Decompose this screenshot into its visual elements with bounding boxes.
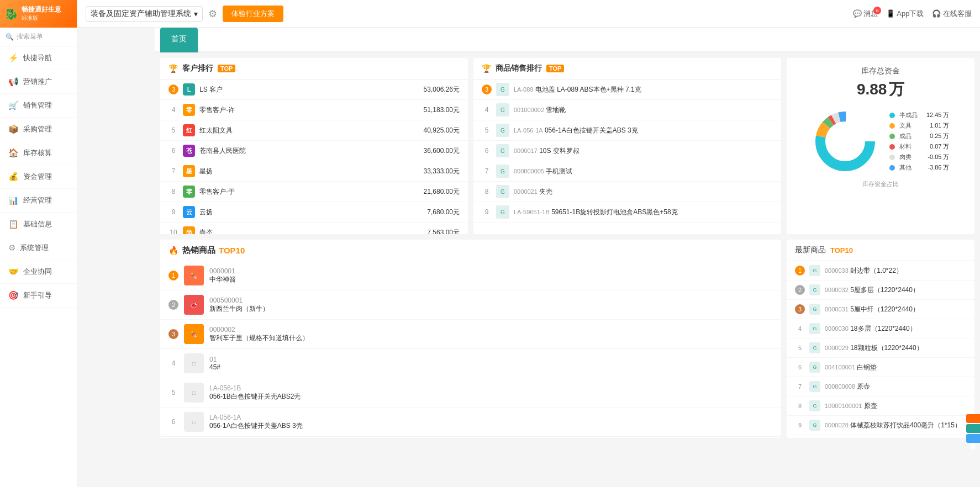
list-item: 4 □ 01 45#	[160, 349, 781, 378]
mobile-icon: 📱	[886, 9, 895, 18]
table-row: 3 L LS 客户 53,006.26元	[160, 80, 468, 100]
product-name: 45#	[209, 363, 773, 371]
sidebar-item-enterprise[interactable]: 🤝 企业协同	[0, 260, 77, 284]
product-ranking-panel: 🏆 商品销售排行 TOP 3 G LA-089 电池盖 LA-089 ABS本色…	[473, 58, 781, 234]
sidebar-item-sales[interactable]: 🛒 销售管理	[0, 94, 77, 118]
customer-ranking-list: 3 L LS 客户 53,006.26元 4 零 零售客户-许 51,183.0…	[160, 80, 468, 234]
rank-number: 6	[168, 418, 178, 426]
list-item: 6 □ LA-056-1A 056-1A白色按键开关盖ABS 3壳	[160, 407, 781, 437]
list-item: 5 □ LA-056-1B 056-1B白色按键开关壳ABS2壳	[160, 378, 781, 407]
sidebar-item-finance[interactable]: 💰 资金管理	[0, 165, 77, 189]
customer-name: 苍南县人民医院	[199, 146, 419, 156]
sidebar-item-system[interactable]: ⚙ 系统管理	[0, 236, 77, 260]
list-item: 2 G 0000032 5厘多层（1220*2440）	[787, 280, 974, 300]
fire-icon: 🔥	[168, 246, 179, 256]
inventory-title: 库存总资金	[795, 66, 966, 76]
product-thumb: 🍖	[184, 266, 204, 285]
inventory-panel: 库存总资金 9.88 万 半成品	[787, 58, 974, 234]
list-item: 5 G 0000029 18颗粒板（1220*2440）	[787, 338, 974, 358]
product-code: LA-056-1B	[209, 384, 773, 392]
system-select[interactable]: 装备及固定资产辅助管理系统 ▾	[86, 6, 203, 22]
online-service-label: 在线客服	[943, 9, 972, 18]
product-code: 0000002	[209, 326, 773, 334]
table-row: 4 零 零售客户-许 51,183.00元	[160, 100, 468, 120]
legend-item: 文具 1.01 万	[889, 121, 950, 130]
sidebar-item-operation[interactable]: 📊 经营管理	[0, 189, 77, 213]
message-badge[interactable]: 💬 消息 6	[853, 9, 878, 19]
list-item: 9 G 0000028 体械荔枝味苏打饮品400毫升（1*15）	[787, 416, 974, 435]
trial-button[interactable]: 体验行业方案	[223, 6, 283, 22]
newest-products-panel: 最新商品 TOP10 1 G 0000033 封边带（1.0*22） 2 G 0…	[787, 240, 974, 438]
rank-number: 9	[168, 208, 178, 216]
product-name: 056-1A白色按键开关盖ABS 3壳	[209, 421, 773, 431]
finance-icon: 💰	[8, 172, 19, 182]
message-icon: 💬	[853, 9, 862, 18]
tab-home[interactable]: 首页	[160, 28, 198, 52]
sidebar-item-basic[interactable]: 📋 基础信息	[0, 213, 77, 236]
rank-number: 4	[168, 359, 178, 367]
product-thumb: G	[809, 342, 820, 353]
online-service[interactable]: 🎧 在线客服	[932, 9, 972, 19]
inventory-legend: 半成品 12.45 万 文具 1.01 万 成品 0.25 万	[889, 111, 950, 172]
legend-label: 文具	[899, 121, 918, 130]
list-item: 3 🍖 0000002 智利车子里（规格不知道填什么）	[160, 320, 781, 349]
table-row: 8 G 0000021 夹壳	[473, 182, 781, 202]
app-download[interactable]: 📱 App下载	[886, 9, 924, 19]
product-name: 智利车子里（规格不知道填什么）	[209, 334, 773, 343]
product-code: LA-089	[514, 86, 533, 93]
customer-name: LS 客户	[199, 85, 419, 94]
sidebar-item-label: 企业协同	[23, 267, 52, 277]
product-name: 10S 变料罗叔	[539, 147, 579, 155]
table-row: 6 苍 苍南县人民医院 36,600.00元	[160, 141, 468, 161]
cs-community-button[interactable]: 服务社区	[966, 424, 980, 433]
rank-number: 5	[482, 126, 492, 134]
customer-ranking-title: 客户排行	[182, 63, 213, 73]
bottom-grid: 🔥 热销商品 TOP10 1 🍖 0000001 中华神箭 2 🥩	[155, 240, 980, 443]
product-info: 001000002 雪地靴	[514, 105, 773, 115]
product-ranking-header: 🏆 商品销售排行 TOP	[473, 58, 781, 80]
rank-number: 6	[482, 147, 492, 155]
product-name: 中华神箭	[209, 275, 773, 284]
product-code: 01	[209, 356, 773, 363]
legend-item: 成品 0.25 万	[889, 132, 950, 140]
rank-number: 10	[168, 229, 178, 234]
product-name: 056-1A白色按键开关盖ABS 3克	[545, 126, 638, 134]
sidebar-item-marketing[interactable]: 📢 营销推广	[0, 70, 77, 94]
system-name: 装备及固定资产辅助管理系统	[91, 9, 191, 19]
legend-item: 其他 -3.86 万	[889, 163, 950, 172]
product-name: 056-1B白色按键开关壳ABS2壳	[209, 392, 773, 401]
top10-badge: TOP10	[219, 246, 245, 255]
sales-icon: 🛒	[8, 100, 19, 110]
legend-label: 半成品	[899, 111, 918, 119]
system-icon: ⚙	[8, 243, 15, 253]
inventory-total: 9.88 万	[795, 79, 966, 100]
sidebar-item-purchase[interactable]: 📦 采购管理	[0, 118, 77, 141]
product-info: LA-59651-1B 59651-1B旋转投影灯电池盒ABS黑色+58克	[514, 208, 773, 217]
legend-dot	[889, 113, 895, 118]
cs-live-button[interactable]: 直播	[966, 434, 980, 443]
legend-item: 半成品 12.45 万	[889, 111, 950, 119]
rank-number: 2	[168, 300, 178, 310]
amount: 36,600.00元	[424, 146, 460, 156]
avatar: 零	[183, 104, 195, 116]
legend-value: 0.07 万	[922, 142, 950, 151]
sidebar-search[interactable]: 🔍 搜索菜单	[0, 28, 77, 46]
rank-number: 6	[168, 147, 178, 155]
product-thumb: G	[809, 265, 820, 276]
legend-item: 材料 0.07 万	[889, 142, 950, 151]
sidebar-item-guide[interactable]: 🎯 新手引导	[0, 284, 77, 308]
list-item: 7 G 000800008 原壶	[787, 377, 974, 396]
operation-icon: 📊	[8, 195, 19, 205]
sidebar-item-quick-nav[interactable]: ⚡ 快捷导航	[0, 46, 77, 70]
product-thumb: G	[809, 304, 820, 315]
cs-hotline-button[interactable]: 客服热线	[966, 414, 980, 423]
gear-icon[interactable]: ⚙	[208, 8, 217, 20]
table-row: 10 尚 尚态 7,563.00元	[160, 223, 468, 234]
trophy-icon: 🏆	[168, 64, 178, 73]
list-item: 3 G 0000031 5厘中纤（1220*2440）	[787, 300, 974, 319]
avatar: 星	[183, 165, 195, 177]
product-code: 0000033	[825, 267, 849, 274]
product-thumb: 🍖	[184, 324, 204, 344]
product-thumb: G	[496, 83, 509, 96]
sidebar-item-inventory[interactable]: 🏠 库存核算	[0, 141, 77, 165]
